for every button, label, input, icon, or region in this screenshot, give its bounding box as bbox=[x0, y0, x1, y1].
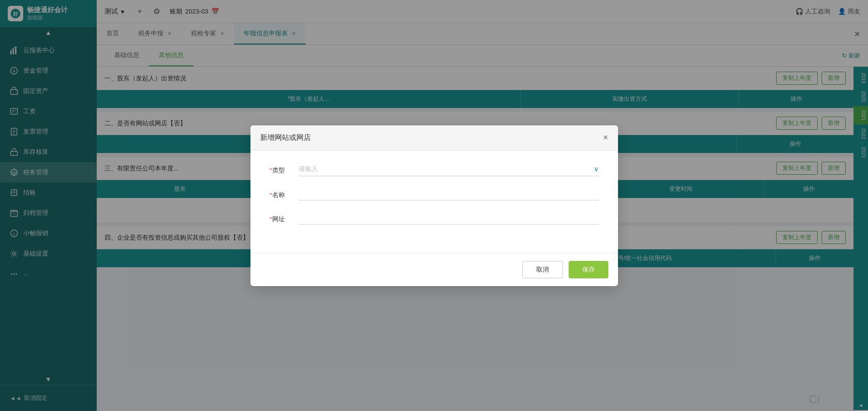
modal-url-input-wrap bbox=[299, 214, 599, 225]
req-mark-type: * bbox=[270, 167, 272, 174]
modal-title: 新增网站或网店 bbox=[260, 133, 311, 142]
modal-field-url: *网址 bbox=[270, 214, 599, 225]
modal-field-type: *类型 ∨ bbox=[270, 165, 599, 176]
modal-url-input[interactable] bbox=[299, 214, 599, 221]
modal-add-website: 新增网站或网店 × *类型 ∨ *名称 bbox=[250, 125, 618, 286]
modal-type-input[interactable] bbox=[299, 165, 594, 172]
modal-overlay[interactable]: 新增网站或网店 × *类型 ∨ *名称 bbox=[0, 0, 868, 411]
modal-name-input-wrap bbox=[299, 190, 599, 200]
save-button[interactable]: 保存 bbox=[569, 261, 608, 278]
modal-label-type: *类型 bbox=[270, 166, 299, 175]
modal-type-input-wrap: ∨ bbox=[299, 165, 599, 176]
cancel-button[interactable]: 取消 bbox=[522, 261, 563, 278]
modal-body: *类型 ∨ *名称 *网址 bbox=[250, 151, 618, 253]
modal-footer: 取消 保存 bbox=[250, 253, 618, 286]
req-mark-url: * bbox=[270, 215, 272, 223]
modal-field-name: *名称 bbox=[270, 190, 599, 200]
req-mark-name: * bbox=[270, 191, 272, 198]
modal-header: 新增网站或网店 × bbox=[250, 125, 618, 151]
modal-label-url: *网址 bbox=[270, 215, 299, 224]
modal-close-button[interactable]: × bbox=[603, 133, 608, 142]
modal-label-name: *名称 bbox=[270, 191, 299, 199]
modal-name-input[interactable] bbox=[299, 190, 599, 197]
modal-type-dropdown-icon[interactable]: ∨ bbox=[594, 165, 599, 173]
